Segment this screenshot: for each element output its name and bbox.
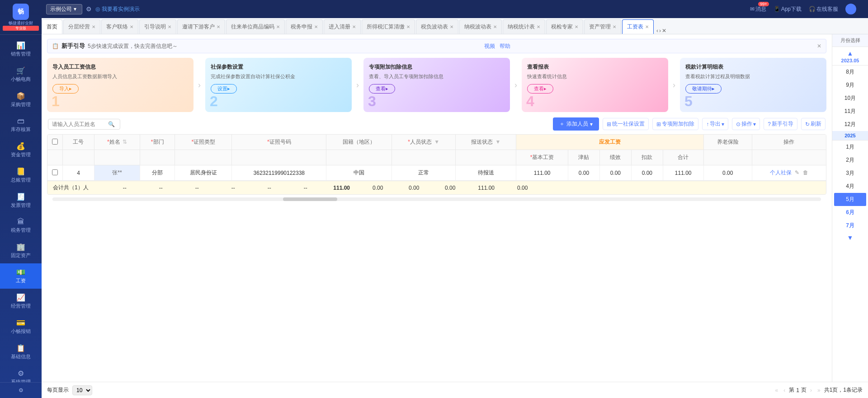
tab-close-纳税统计表[interactable]: ✕	[537, 24, 540, 29]
horizontal-scrollbar[interactable]	[52, 197, 821, 201]
tab-税务申报[interactable]: 税务申报 ✕	[286, 19, 323, 34]
month-item-1[interactable]: 1月	[832, 140, 868, 154]
tab-close-纳税波动表[interactable]: ✕	[493, 24, 497, 29]
guide-help-link[interactable]: 帮助	[500, 42, 510, 50]
tab-close-分层经营[interactable]: ✕	[92, 24, 95, 29]
tab-close-客户联络[interactable]: ✕	[130, 24, 133, 29]
step-5-btn[interactable]: 敬请期待▸	[685, 84, 722, 94]
tab-往来单位商品编码[interactable]: 往来单位商品编码 ✕	[226, 19, 285, 34]
guide-btn[interactable]: ? 新手引导	[764, 118, 797, 130]
first-page-btn[interactable]: «	[774, 386, 780, 394]
online-service-btn[interactable]: 🎧 在线客服	[809, 5, 838, 13]
month-item-10[interactable]: 10月	[832, 92, 868, 105]
guide-video-link[interactable]: 视频	[484, 42, 495, 50]
tab-引导说明[interactable]: 引导说明 ✕	[139, 19, 176, 34]
tab-纳税统计表[interactable]: 纳税统计表 ✕	[503, 19, 545, 34]
tab-close-税检专家[interactable]: ✕	[575, 24, 578, 29]
tab-close-进入清册[interactable]: ✕	[352, 24, 356, 29]
guide-close-icon[interactable]: ✕	[817, 43, 821, 49]
month-item-9[interactable]: 9月	[832, 79, 868, 92]
page-size-select[interactable]: 10 20 50	[72, 385, 92, 395]
sidebar-item-采购管理[interactable]: 📦 采购管理	[0, 87, 42, 112]
select-all-checkbox[interactable]	[52, 139, 58, 145]
step-3-btn[interactable]: 查看▸	[369, 84, 395, 94]
social-settings-btn[interactable]: ⊞ 统一社保设置	[603, 118, 649, 130]
tab-所得税汇算清缴[interactable]: 所得税汇算清缴 ✕	[362, 19, 415, 34]
topbar-gear-icon[interactable]: ⚙	[86, 5, 92, 13]
month-item-4[interactable]: 4月	[832, 180, 868, 193]
tab-close-往来单位商品编码[interactable]: ✕	[276, 24, 280, 29]
prev-page-btn[interactable]: ‹	[782, 386, 787, 394]
tab-纳税波动表[interactable]: 纳税波动表 ✕	[459, 19, 502, 34]
sidebar-item-小畅电商[interactable]: 🛒 小畅电商	[0, 62, 42, 87]
sidebar-item-工资[interactable]: 💵 工资	[0, 263, 42, 289]
sidebar-item-发票管理[interactable]: 🧾 发票管理	[0, 188, 42, 213]
sidebar-settings[interactable]: ⚙	[0, 382, 42, 398]
refresh-btn[interactable]: ↻ 刷新	[801, 118, 826, 130]
settings-icon[interactable]: ⚙	[2, 387, 40, 393]
tab-进入清册[interactable]: 进入清册 ✕	[324, 19, 361, 34]
tab-税负波动表[interactable]: 税负波动表 ✕	[416, 19, 458, 34]
search-input[interactable]	[52, 121, 106, 127]
tab-close-邀请下游客户[interactable]: ✕	[217, 24, 220, 29]
sidebar-item-税务管理[interactable]: 🏛 税务管理	[0, 213, 42, 238]
next-page-btn[interactable]: ›	[808, 386, 814, 394]
month-item-8[interactable]: 8月	[832, 66, 868, 79]
tab-邀请下游客户[interactable]: 邀请下游客户 ✕	[177, 19, 225, 34]
hscroll-area[interactable]	[47, 195, 826, 204]
sidebar-item-销售管理[interactable]: 📊 销售管理	[0, 37, 42, 62]
last-page-btn[interactable]: »	[816, 386, 822, 394]
month-item-11[interactable]: 11月	[832, 105, 868, 118]
month-panel-down-btn[interactable]: ▼	[846, 233, 854, 242]
app-download-btn[interactable]: 📱 App下载	[774, 5, 802, 13]
th-checkbox[interactable]	[47, 135, 63, 150]
tab-资产管理[interactable]: 资产管理 ✕	[584, 19, 621, 34]
demo-link[interactable]: ◎ 我要看实例演示	[95, 5, 140, 13]
tab-close-引导说明[interactable]: ✕	[168, 24, 171, 29]
step-1-btn[interactable]: 导入▸	[52, 84, 79, 94]
message-btn[interactable]: ✉ 消息 99+	[750, 5, 766, 13]
sidebar-item-基础信息[interactable]: 📋 基础信息	[0, 339, 42, 365]
month-item-3[interactable]: 3月	[832, 167, 868, 180]
sidebar-item-资金管理[interactable]: 💰 资金管理	[0, 137, 42, 163]
tab-客户联络[interactable]: 客户联络 ✕	[101, 19, 138, 34]
tab-close-税负波动表[interactable]: ✕	[450, 24, 453, 29]
tab-close-资产管理[interactable]: ✕	[613, 24, 616, 29]
special-deduction-btn[interactable]: ⊞ 专项附加扣除	[652, 118, 698, 130]
add-person-btn[interactable]: ＋ 添加人员 ▾	[553, 117, 599, 131]
scrollbar-thumb[interactable]	[283, 197, 337, 201]
step-4-btn[interactable]: 查看▸	[527, 84, 553, 94]
sidebar-item-固定资产[interactable]: 🏢 固定资产	[0, 238, 42, 263]
month-year-up-btn[interactable]: ▲	[846, 49, 854, 58]
row-checkbox-cell[interactable]	[47, 165, 63, 181]
month-item-12[interactable]: 12月	[832, 118, 868, 131]
company-dropdown[interactable]: 示例公司 ▾	[46, 4, 82, 14]
tab-首页[interactable]: 首页	[42, 19, 62, 34]
month-item-7[interactable]: 7月	[832, 219, 868, 232]
search-box[interactable]: 🔍	[48, 119, 120, 130]
tab-close-所得税汇算清缴[interactable]: ✕	[406, 24, 410, 29]
tab-next-icon[interactable]: ›	[659, 28, 661, 34]
tab-close-all-icon[interactable]: ✕	[662, 28, 666, 34]
search-icon[interactable]: 🔍	[108, 121, 115, 127]
tab-税检专家[interactable]: 税检专家 ✕	[546, 19, 583, 34]
user-avatar[interactable]	[845, 4, 856, 14]
sidebar-item-经营管理[interactable]: 📈 经营管理	[0, 289, 42, 314]
edit-icon[interactable]: ✎	[795, 169, 799, 176]
month-item-5-active[interactable]: 5月	[834, 193, 866, 206]
tab-close-税务申报[interactable]: ✕	[314, 24, 318, 29]
personal-social-link[interactable]: 个人社保	[770, 169, 792, 176]
operate-btn[interactable]: ⊙ 操作 ▾	[732, 118, 760, 130]
month-item-2[interactable]: 2月	[832, 154, 868, 167]
sidebar-item-系统管理[interactable]: ⚙ 系统管理	[0, 365, 42, 382]
sidebar-item-库存核算[interactable]: 🗃 库存核算	[0, 112, 42, 137]
step-2-btn[interactable]: 设置▸	[211, 84, 237, 94]
tab-close-工资表[interactable]: ✕	[645, 24, 649, 29]
sidebar-item-总账管理[interactable]: 📒 总账管理	[0, 163, 42, 188]
export-btn[interactable]: ↑ 导出 ▾	[702, 118, 728, 130]
month-item-6[interactable]: 6月	[832, 206, 868, 219]
row-checkbox[interactable]	[52, 169, 58, 175]
tab-工资表[interactable]: 工资表 ✕	[622, 19, 654, 34]
sidebar-item-小畅报销[interactable]: 💳 小畅报销	[0, 314, 42, 339]
delete-icon[interactable]: 🗑	[803, 169, 808, 176]
